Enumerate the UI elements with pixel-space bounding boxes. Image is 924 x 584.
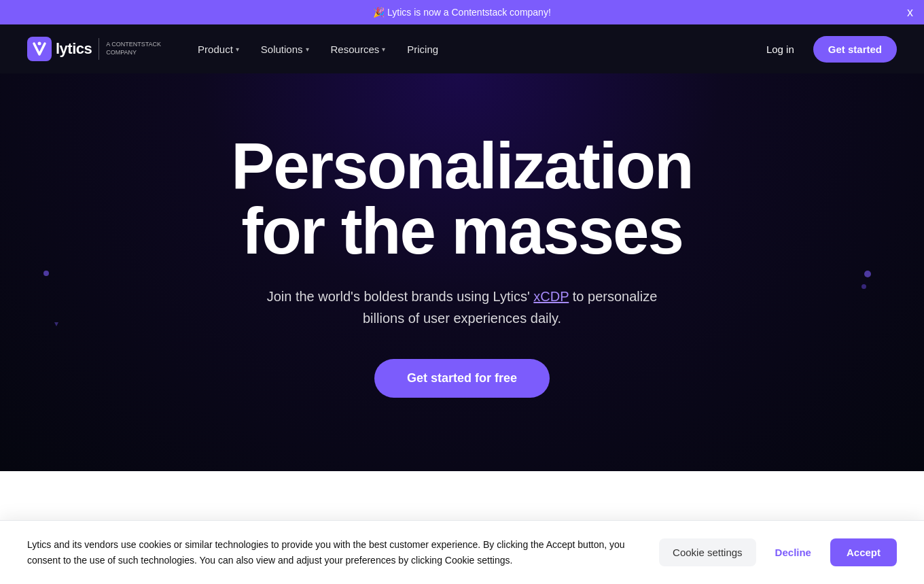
logo-divider bbox=[99, 38, 99, 60]
hero-cta-button[interactable]: Get started for free bbox=[374, 359, 550, 398]
announcement-close-button[interactable]: x bbox=[907, 6, 913, 18]
navbar: lytics A CONTENTSTACK COMPANY Product ▾ … bbox=[0, 24, 924, 73]
login-button[interactable]: Log in bbox=[758, 38, 802, 61]
chevron-down-icon: ▾ bbox=[306, 46, 309, 53]
xcdp-link[interactable]: xCDP bbox=[533, 289, 569, 304]
svg-point-1 bbox=[38, 42, 41, 46]
nav-actions: Log in Get started bbox=[758, 36, 897, 63]
particle-arrow-1 bbox=[54, 322, 58, 326]
nav-resources[interactable]: Resources ▾ bbox=[321, 38, 395, 61]
chevron-down-icon: ▾ bbox=[236, 46, 239, 53]
nav-product[interactable]: Product ▾ bbox=[188, 38, 249, 61]
announcement-bar: 🎉 Lytics is now a Contentstack company! … bbox=[0, 0, 924, 24]
logo-link[interactable]: lytics A CONTENTSTACK COMPANY bbox=[27, 37, 161, 61]
hero-subtitle: Join the world's boldest brands using Ly… bbox=[265, 286, 659, 329]
hero-section: Personalization for the masses Join the … bbox=[0, 73, 924, 471]
particle-dot-3 bbox=[861, 284, 866, 289]
announcement-text: 🎉 Lytics is now a Contentstack company! bbox=[373, 7, 551, 18]
nav-pricing[interactable]: Pricing bbox=[397, 38, 448, 61]
chevron-down-icon: ▾ bbox=[382, 46, 385, 53]
nav-solutions[interactable]: Solutions ▾ bbox=[251, 38, 319, 61]
get-started-nav-button[interactable]: Get started bbox=[813, 36, 897, 63]
nav-links: Product ▾ Solutions ▾ Resources ▾ Pricin… bbox=[188, 38, 758, 61]
particle-dot-2 bbox=[864, 271, 871, 277]
lytics-logo-icon bbox=[27, 37, 52, 61]
logo-text: lytics bbox=[56, 40, 92, 58]
particle-dot-1 bbox=[43, 271, 49, 276]
logo-sub: A CONTENTSTACK COMPANY bbox=[106, 41, 161, 56]
svg-rect-0 bbox=[27, 37, 52, 61]
hero-title: Personalization for the masses bbox=[231, 133, 693, 264]
